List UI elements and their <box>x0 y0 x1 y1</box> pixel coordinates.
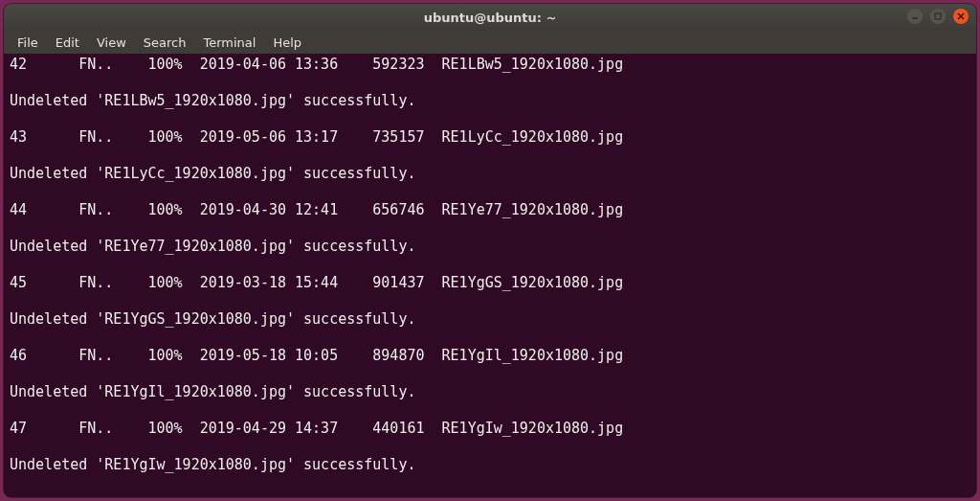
undeleted-message: Undeleted 'RE1Ye77_1920x1080.jpg' succes… <box>10 238 970 256</box>
menu-item-search[interactable]: Search <box>136 34 194 52</box>
undeleted-message: Undeleted 'RE1LBw5_1920x1080.jpg' succes… <box>10 92 970 110</box>
maximize-button[interactable] <box>930 9 946 24</box>
menu-item-edit[interactable]: Edit <box>48 34 87 52</box>
window-title: ubuntu@ubuntu: ~ <box>424 11 557 25</box>
close-button[interactable] <box>953 9 969 24</box>
terminal-output[interactable]: 42 FN.. 100% 2019-04-06 13:36 592323 RE1… <box>4 54 976 497</box>
file-entry: 46 FN.. 100% 2019-05-18 10:05 894870 RE1… <box>10 347 970 365</box>
undeleted-message: Undeleted 'RE1YgIw_1920x1080.jpg' succes… <box>10 456 970 474</box>
file-entry: 47 FN.. 100% 2019-04-29 14:37 440161 RE1… <box>10 420 970 438</box>
minimize-button[interactable] <box>907 9 923 24</box>
undeleted-message: Undeleted 'RE1YgIl_1920x1080.jpg' succes… <box>10 383 970 401</box>
menu-item-help[interactable]: Help <box>265 34 309 52</box>
menu-item-view[interactable]: View <box>89 34 134 52</box>
file-entry: 44 FN.. 100% 2019-04-30 12:41 656746 RE1… <box>10 201 970 219</box>
file-entry: 42 FN.. 100% 2019-04-06 13:36 592323 RE1… <box>10 56 970 74</box>
file-entry: 45 FN.. 100% 2019-03-18 15:44 901437 RE1… <box>10 274 970 292</box>
window-controls <box>907 9 969 24</box>
file-entry: 43 FN.. 100% 2019-05-06 13:17 735157 RE1… <box>10 128 970 147</box>
titlebar: ubuntu@ubuntu: ~ <box>4 4 976 31</box>
menu-item-file[interactable]: File <box>10 34 46 52</box>
terminal-window: ubuntu@ubuntu: ~ FileEditViewSearchTermi… <box>4 4 976 497</box>
menubar: FileEditViewSearchTerminalHelp <box>4 31 976 54</box>
undeleted-message: Undeleted 'RE1LyCc_1920x1080.jpg' succes… <box>10 165 970 183</box>
menu-item-terminal[interactable]: Terminal <box>195 34 263 52</box>
svg-rect-1 <box>935 13 941 19</box>
undeleted-message: Undeleted 'RE1YgGS_1920x1080.jpg' succes… <box>10 310 970 329</box>
